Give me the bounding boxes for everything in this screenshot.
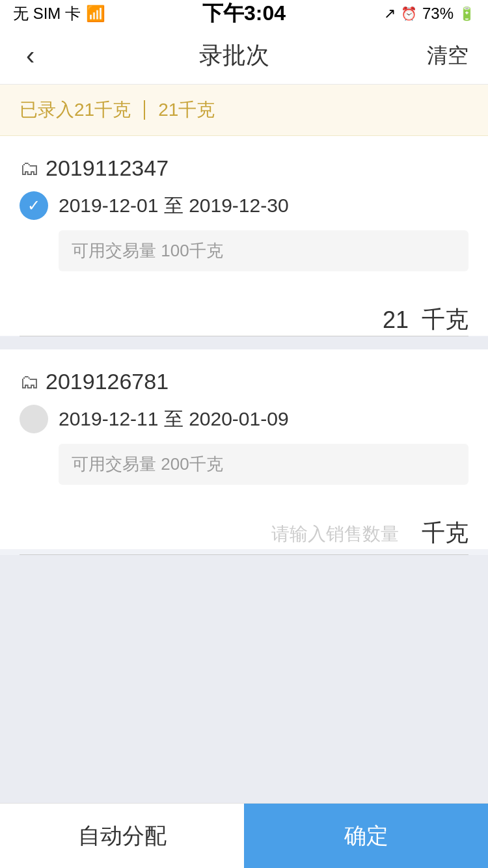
info-divider — [144, 100, 145, 120]
batch-1-checkbox[interactable]: ✓ — [20, 191, 48, 220]
batch-2-header: 🗂 2019126781 — [20, 369, 468, 394]
confirm-button[interactable]: 确定 — [244, 804, 488, 868]
nav-bar: ‹ 录批次 清空 — [0, 27, 488, 85]
batch-2-id: 2019126781 — [46, 369, 169, 394]
batch-1-date-row: ✓ 2019-12-01 至 2019-12-30 — [20, 191, 468, 220]
confirm-label: 确定 — [344, 821, 388, 851]
batch-1-icon: 🗂 — [20, 157, 39, 180]
battery-text: 73% — [422, 5, 454, 23]
back-button[interactable]: ‹ — [20, 34, 41, 77]
batch-1-availability: 可用交易量 100千克 — [59, 230, 468, 271]
status-right: ↗ ⏰ 73% 🔋 — [384, 5, 475, 23]
batch-1-date: 2019-12-01 至 2019-12-30 — [59, 193, 289, 219]
page-title: 录批次 — [199, 40, 269, 72]
batch-2-quantity-input[interactable] — [20, 521, 409, 545]
batch-1-quantity-unit: 千克 — [422, 304, 468, 336]
batch-2-date: 2019-12-11 至 2020-01-09 — [59, 406, 289, 433]
status-bar: 无 SIM 卡 📶 下午3:04 ↗ ⏰ 73% 🔋 — [0, 0, 488, 27]
batch-1-header: 🗂 2019112347 — [20, 156, 468, 181]
batch-2-availability: 可用交易量 200千克 — [59, 444, 468, 485]
bottom-bar: 自动分配 确定 — [0, 803, 488, 868]
batch-2-checkbox[interactable] — [20, 405, 48, 433]
wifi-icon: 📶 — [86, 5, 105, 23]
battery-icon: 🔋 — [459, 6, 475, 21]
batch-1-id: 2019112347 — [46, 156, 169, 181]
batch-2-availability-text: 可用交易量 200千克 — [72, 454, 223, 474]
auto-distribute-label: 自动分配 — [78, 821, 167, 851]
info-banner: 已录入21千克 21千克 — [0, 85, 488, 136]
batch-2-date-row: 2019-12-11 至 2020-01-09 — [20, 405, 468, 433]
auto-distribute-button[interactable]: 自动分配 — [0, 804, 244, 868]
check-icon: ✓ — [27, 197, 40, 215]
batch-2-input-row: 千克 — [0, 504, 488, 549]
batch-1-availability-text: 可用交易量 100千克 — [72, 241, 223, 260]
batch-card-2: 🗂 2019126781 2019-12-11 至 2020-01-09 可用交… — [0, 349, 488, 504]
clear-button[interactable]: 清空 — [427, 42, 468, 70]
section-separator — [0, 336, 488, 349]
carrier-text: 无 SIM 卡 — [13, 3, 81, 24]
status-left: 无 SIM 卡 📶 — [13, 3, 105, 24]
batch-1-quantity-row: 21 千克 — [0, 291, 488, 336]
location-icon: ↗ — [384, 5, 396, 22]
status-time: 下午3:04 — [202, 0, 286, 28]
batch-1-quantity-value: 21 — [383, 306, 409, 334]
batch-2-input-unit: 千克 — [422, 517, 468, 549]
batch-card-1: 🗂 2019112347 ✓ 2019-12-01 至 2019-12-30 可… — [0, 136, 488, 291]
empty-area — [0, 555, 488, 815]
info-amount: 21千克 — [158, 98, 215, 122]
alarm-icon: ⏰ — [401, 6, 417, 21]
batch-2-icon: 🗂 — [20, 371, 39, 393]
recorded-label: 已录入21千克 — [20, 98, 131, 122]
